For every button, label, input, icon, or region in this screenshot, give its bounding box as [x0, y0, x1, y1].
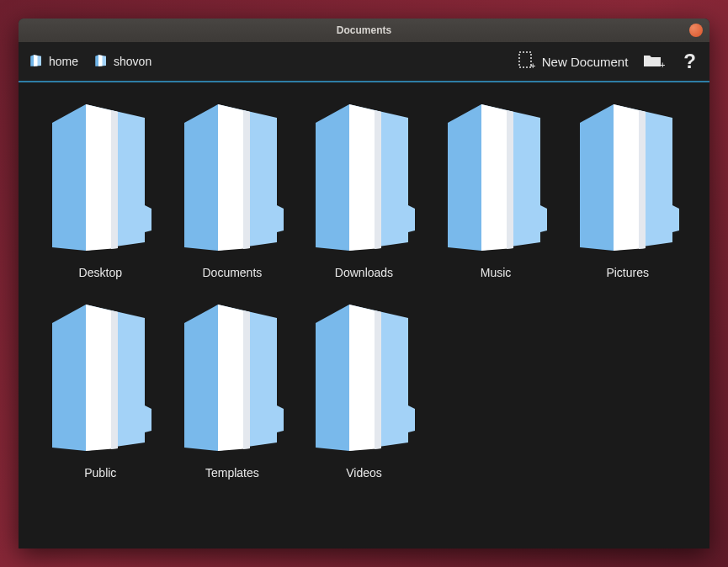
folder-item[interactable]: Desktop	[42, 98, 159, 279]
folder-icon	[29, 53, 44, 71]
folder-label: Documents	[202, 266, 262, 279]
folder-item[interactable]: Public	[42, 298, 159, 480]
titlebar[interactable]: Documents	[19, 19, 709, 42]
folder-icon	[573, 98, 683, 261]
toolbar: home shovon + New Document	[19, 42, 709, 82]
help-button[interactable]: ?	[680, 50, 699, 73]
svg-text:+: +	[660, 60, 665, 69]
breadcrumb-item-user[interactable]: shovon	[93, 53, 151, 71]
folder-item[interactable]: Templates	[174, 298, 291, 480]
folder-icon	[441, 98, 550, 261]
window-title: Documents	[337, 24, 391, 36]
folder-label: Downloads	[335, 266, 393, 279]
new-document-icon: +	[518, 51, 535, 72]
svg-text:+: +	[530, 61, 535, 70]
new-document-label: New Document	[542, 55, 629, 69]
folder-item[interactable]: Downloads	[306, 98, 422, 279]
breadcrumb-item-home[interactable]: home	[29, 53, 78, 71]
folder-icon	[309, 98, 418, 261]
folder-label: Pictures	[606, 266, 649, 279]
folder-icon	[178, 298, 287, 461]
folder-label: Templates	[205, 466, 259, 480]
folder-icon	[45, 98, 155, 261]
folder-item[interactable]: Videos	[306, 298, 422, 480]
folder-icon	[93, 53, 109, 71]
toolbar-actions: + New Document + ?	[518, 50, 699, 73]
folder-label: Public	[84, 466, 116, 480]
svg-rect-0	[519, 52, 531, 67]
folder-label: Videos	[346, 466, 382, 480]
folder-label: Music	[481, 266, 512, 279]
breadcrumb-label: shovon	[114, 55, 151, 68]
folder-icon	[178, 98, 287, 261]
folder-item[interactable]: Pictures	[569, 98, 686, 279]
close-button[interactable]	[689, 24, 703, 37]
breadcrumb-label: home	[49, 55, 78, 68]
folder-grid: Desktop Documents Downloads Music Pictur…	[42, 98, 686, 480]
folder-icon	[309, 298, 418, 461]
new-document-button[interactable]: + New Document	[518, 51, 629, 72]
breadcrumb: home shovon	[29, 53, 151, 71]
content-area[interactable]: Desktop Documents Downloads Music Pictur…	[19, 82, 709, 548]
file-manager-window: Documents home shovon	[19, 19, 709, 548]
folder-item[interactable]: Documents	[174, 98, 291, 279]
new-folder-button[interactable]: +	[643, 52, 665, 72]
folder-item[interactable]: Music	[438, 98, 555, 279]
new-folder-icon: +	[643, 52, 665, 72]
folder-label: Desktop	[79, 266, 122, 279]
folder-icon	[45, 298, 155, 461]
